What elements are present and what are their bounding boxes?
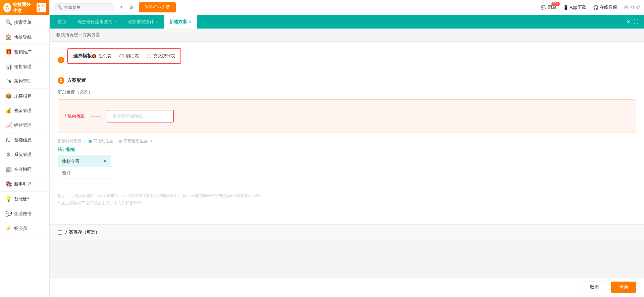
metrics-body-row: 合计 (58, 167, 111, 179)
sidebar-item-marketing[interactable]: 🎁 营销推广 (0, 45, 49, 59)
headset-icon: 🎧 (593, 5, 598, 10)
sidebar-item-sales[interactable]: 📊 销售管理 (0, 59, 49, 74)
tabbar: 首页 现金银行流水查询 × 收款情况统计 × 新建方案 × ✕ ⛶ (50, 15, 644, 29)
metrics-legend: 可拖动位置 不可拖动位置 (89, 138, 148, 144)
section1-title: 1 选择模板 汇总表 明细表 交叉统 (58, 48, 636, 72)
section2-header: 2 方案配置 (58, 77, 636, 84)
sidebar-item-label: 营销推广 (14, 49, 32, 55)
dim-arrow-icon: —— (91, 113, 101, 119)
cancel-button[interactable]: 取消 (582, 282, 607, 293)
tab-bank-close[interactable]: × (114, 19, 117, 24)
tab-home[interactable]: 首页 (52, 15, 72, 29)
search-input[interactable] (64, 5, 105, 10)
template-detail[interactable]: 明细表 (119, 53, 139, 59)
template-detail-radio[interactable] (119, 54, 124, 58)
sidebar-item-system[interactable]: ⚙ 系统管理 (0, 147, 49, 162)
sidebar-item-management[interactable]: 📈 经营管理 (0, 118, 49, 133)
tab-new-label: 新建方案 (169, 19, 187, 25)
newbie-icon: 📚 (5, 181, 11, 187)
legend-draggable: 可拖动位置 (89, 138, 113, 144)
template-summary-radio[interactable] (92, 54, 96, 58)
service-btn[interactable]: 🎧 在线客服 (593, 4, 617, 10)
sidebar-item-label: 基础信息 (14, 137, 32, 143)
metrics-table: 收款金额 ▼ 合计 (58, 155, 111, 179)
metrics-hint: 模板指标设定（ 可拖动位置 不可拖动位置 ） (58, 138, 636, 144)
dimension-area: * 纵向维度 —— 请选择分组维度 (58, 99, 636, 133)
template-cross-label: 交叉统计表 (153, 53, 175, 59)
tab-new[interactable]: 新建方案 × (164, 15, 197, 29)
form-area: 1 选择模板 汇总表 明细表 交叉统 (50, 42, 644, 224)
save-checkbox[interactable] (58, 230, 62, 235)
config-subtitle: 汇总维度（必选） (58, 89, 636, 95)
management-icon: 📈 (5, 122, 11, 129)
sidebar-item-label: 销售管理 (14, 64, 32, 70)
sidebar-item-finance[interactable]: 💰 资金管理 (0, 103, 49, 118)
logo-text: 畅捷通好生意 (13, 2, 34, 14)
system-icon: ⚙ (5, 151, 11, 158)
sidebar-item-quicknav[interactable]: 🏠 快捷导航 (0, 30, 49, 45)
sidebar-item-newbie[interactable]: 📚 新手引导 (0, 177, 49, 192)
logo-area: C 畅捷通好生意 标准版 (0, 0, 49, 15)
sidebar-item-hardware[interactable]: 💡 智能硬件 (0, 192, 49, 206)
search-box[interactable]: 🔍 (54, 3, 114, 11)
legend-fixed: 不可拖动位置 (119, 138, 148, 144)
tab-bank-label: 现金银行流水查询 (77, 19, 112, 25)
query-button[interactable]: 查询 (611, 282, 636, 293)
dropdown-arrow-icon[interactable]: ▼ (119, 5, 123, 10)
message-btn[interactable]: 💬 消息 99+ (541, 4, 556, 10)
sidebar-item-member[interactable]: ⚡ 畅会员 (0, 221, 49, 236)
enterprise-icon: 🏢 (5, 166, 11, 172)
sidebar-item-search[interactable]: 🔍 搜索菜单 (0, 15, 49, 30)
sidebar-item-wechat[interactable]: 💬 企业微信 (0, 206, 49, 221)
sidebar-item-label: 智能硬件 (14, 196, 32, 202)
metrics-body-label: 合计 (62, 170, 71, 175)
tab-maximize-btn[interactable]: ⛶ (633, 19, 639, 25)
tab-close-window-btn[interactable]: ✕ (626, 19, 631, 25)
tab-home-label: 首页 (58, 19, 66, 25)
metrics-hint-label: 模板指标设定（ (58, 138, 86, 144)
tab-bank[interactable]: 现金银行流水查询 × (72, 15, 122, 29)
section1-label: 选择模板 (73, 53, 92, 59)
tip1: 提示： 1.拖动标题栏可以调整布局，不可跨维度或指标区域拖动任目字段（只能在同一… (58, 192, 636, 200)
metrics-hint-close: ） (150, 138, 154, 144)
home-icon: 🏠 (5, 34, 11, 40)
sidebar-item-label: 快捷导航 (14, 34, 32, 40)
template-cross-radio[interactable] (147, 54, 151, 58)
metrics-chevron-icon[interactable]: ▼ (103, 159, 107, 164)
gift-icon: 🎁 (5, 49, 11, 55)
template-cross[interactable]: 交叉统计表 (147, 53, 175, 59)
search-icon: 🔍 (5, 19, 11, 26)
member-icon: ⚡ (5, 225, 11, 232)
sidebar-item-label: 搜索菜单 (14, 19, 32, 26)
tab-stats-close[interactable]: × (156, 19, 158, 24)
tab-stats[interactable]: 收款情况统计 × (122, 15, 164, 29)
template-section: 选择模板 汇总表 明细表 交叉统计表 (67, 48, 181, 64)
download-btn[interactable]: 📱 App下载 (563, 4, 586, 10)
sidebar-item-label: 采购管理 (14, 78, 32, 84)
industry-btn[interactable]: 体验行业方案 (139, 2, 176, 12)
dim-select-box[interactable]: 请选择分组维度 (107, 110, 174, 122)
sidebar-item-label: 资金管理 (14, 108, 32, 114)
sidebar-item-purchase[interactable]: 🛍 采购管理 (0, 74, 49, 89)
sidebar-item-label: 系统管理 (14, 152, 32, 158)
tips-area: 提示： 1.拖动标题栏可以调整布局，不可跨维度或指标区域拖动任目字段（只能在同一… (58, 188, 636, 211)
sidebar-item-label: 畅会员 (14, 226, 27, 232)
sidebar-item-basic[interactable]: 🗂 基础信息 (0, 133, 49, 147)
save-option: 方案保存（可选） (50, 224, 644, 240)
sidebar-item-enterprise[interactable]: 🏢 企业协同 (0, 162, 49, 177)
template-summary[interactable]: 汇总表 (92, 53, 111, 59)
dim-row: * 纵向维度 —— 请选择分组维度 (65, 110, 629, 122)
breadcrumb: 收款情况统计方案设置 (56, 32, 100, 37)
purchase-icon: 🛍 (5, 78, 11, 84)
tab-new-close[interactable]: × (189, 19, 191, 24)
section2-label: 方案配置 (67, 78, 86, 84)
sidebar-item-inventory[interactable]: 📦 库存核算 (0, 89, 49, 103)
template-summary-label: 汇总表 (98, 53, 111, 59)
sidebar-item-label: 库存核算 (14, 93, 32, 99)
gear-icon[interactable]: ⚙ (129, 4, 133, 11)
content-area: 收款情况统计方案设置 1 选择模板 汇总表 明细表 (50, 29, 644, 277)
sidebar-item-label: 企业微信 (14, 211, 32, 217)
hardware-icon: 💡 (5, 196, 11, 202)
sidebar: C 畅捷通好生意 标准版 🔍 搜索菜单 🏠 快捷导航 🎁 营销推广 📊 销售管理… (0, 0, 50, 297)
fixed-dot (119, 140, 122, 143)
